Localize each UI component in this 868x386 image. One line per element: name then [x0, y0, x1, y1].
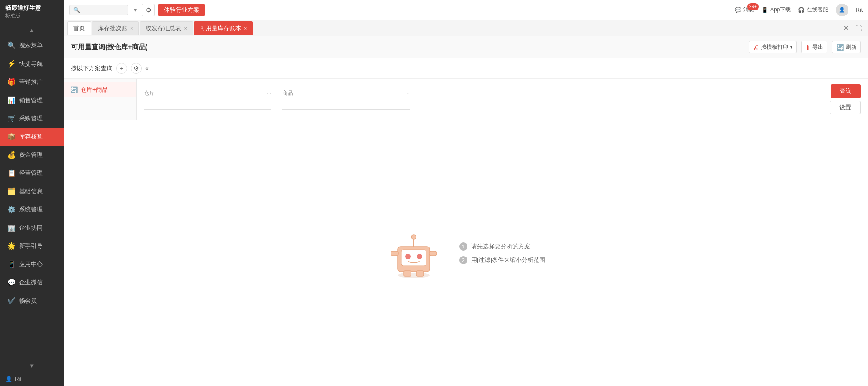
user-icon: 👤 [5, 376, 12, 382]
available-tab-close[interactable]: × [244, 26, 247, 31]
tabbar-close-all-button[interactable]: ✕ [840, 23, 852, 33]
sidebar-item-basic[interactable]: 🗂️ 基础信息 [0, 182, 64, 201]
sidebar-item-label: 营销推广 [19, 78, 43, 86]
query-collapse-button[interactable]: « [145, 65, 149, 72]
tab-batch[interactable]: 库存批次账 × [92, 21, 139, 35]
sidebar-menu: 🔍 搜索菜单 ⚡ 快捷导航 🎁 营销推广 📊 销售管理 🛒 采购管理 📦 库存核… [0, 36, 64, 360]
headset-icon: 🎧 [798, 7, 805, 13]
empty-tip-1: 1 请先选择要分析的方案 [459, 242, 545, 251]
topbar-username[interactable]: Rit [856, 7, 863, 13]
sidebar: 畅康通好生意 标准版 ▲ 🔍 搜索菜单 ⚡ 快捷导航 🎁 营销推广 📊 销售管理… [0, 0, 64, 386]
warehouse-input[interactable] [144, 99, 271, 110]
sidebar-item-label: 畅会员 [19, 297, 37, 305]
main-area: 🔍 ▾ ⚙ 体验行业方案 💬 消息 99+ 📱 App下载 🎧 在线客服 [64, 0, 868, 386]
sidebar-item-finance[interactable]: 💰 资金管理 [0, 146, 64, 164]
scheme-item-label: 仓库+商品 [81, 86, 108, 94]
svg-rect-9 [404, 271, 411, 276]
warehouse-label-text: 仓库 [144, 89, 155, 97]
cart-icon: 🛒 [7, 114, 15, 123]
sidebar-item-shortcut[interactable]: ⚡ 快捷导航 [0, 55, 64, 73]
page-header: 可用量查询(按仓库+商品) 🖨 按模板打印 ▾ ⬆ 导出 🔄 刷新 [64, 36, 868, 58]
empty-illustration [386, 226, 441, 281]
warehouse-field-label: 仓库 ··· [144, 89, 271, 97]
goods-more-button[interactable]: ··· [405, 90, 410, 96]
topbar-search-box[interactable]: 🔍 [69, 5, 128, 15]
industry-solution-button[interactable]: 体验行业方案 [158, 4, 205, 16]
sidebar-item-label: 采购管理 [19, 114, 43, 123]
sidebar-scroll-up[interactable]: ▲ [0, 24, 64, 36]
batch-tab-label: 库存批次账 [98, 24, 127, 32]
sidebar-item-system[interactable]: ⚙️ 系统管理 [0, 201, 64, 219]
gift-icon: 🎁 [7, 78, 15, 86]
sidebar-item-label: 应用中心 [19, 260, 43, 268]
export-button[interactable]: ⬆ 导出 [801, 41, 827, 53]
sidebar-item-marketing[interactable]: 🎁 营销推广 [0, 73, 64, 91]
sidebar-item-inventory[interactable]: 📦 库存核算 [0, 128, 64, 146]
user-avatar[interactable]: 👤 [836, 4, 848, 16]
tab-home[interactable]: 首页 [67, 21, 91, 35]
collect-tab-label: 收发存汇总表 [146, 24, 181, 32]
sidebar-item-label: 快捷导航 [19, 60, 43, 68]
sidebar-item-vip[interactable]: ✔️ 畅会员 [0, 292, 64, 310]
sidebar-bottom[interactable]: 👤 Rit [0, 372, 64, 386]
query-button[interactable]: 查询 [831, 84, 861, 98]
refresh-button[interactable]: 🔄 刷新 [832, 41, 861, 53]
empty-tips: 1 请先选择要分析的方案 2 用[过滤]条件来缩小分析范围 [459, 242, 545, 264]
tabbar: 首页 库存批次账 × 收发存汇总表 × 可用量库存账本 × ✕ ⛶ [64, 20, 868, 36]
clipboard-icon: 📋 [7, 169, 15, 177]
sidebar-item-label: 基础信息 [19, 187, 43, 196]
search-input[interactable] [82, 7, 124, 13]
query-add-button[interactable]: + [116, 63, 127, 74]
sidebar-item-enterprise[interactable]: 🏢 企业协同 [0, 219, 64, 237]
query-settings-button[interactable]: ⚙ [131, 63, 142, 74]
filter-fields: 仓库 ··· 商品 ··· [137, 79, 822, 120]
print-template-button[interactable]: 🖨 按模板打印 ▾ [749, 41, 797, 53]
app-download-button[interactable]: 📱 App下载 [761, 6, 791, 14]
sidebar-header: 畅康通好生意 标准版 [0, 0, 64, 24]
vip-icon: ✔️ [7, 297, 15, 305]
tab-collect[interactable]: 收发存汇总表 × [140, 21, 193, 35]
sidebar-item-appstore[interactable]: 📱 应用中心 [0, 255, 64, 273]
sidebar-item-operation[interactable]: 📋 经营管理 [0, 164, 64, 182]
tabbar-expand-button[interactable]: ⛶ [853, 24, 864, 33]
avatar-icon: 👤 [839, 7, 845, 13]
sidebar-item-label: 企业微信 [19, 278, 43, 287]
export-label: 导出 [812, 43, 823, 51]
online-service-button[interactable]: 🎧 在线客服 [798, 6, 828, 14]
page-header-actions: 🖨 按模板打印 ▾ ⬆ 导出 🔄 刷新 [749, 41, 861, 53]
svg-point-4 [417, 254, 422, 259]
refresh-icon: 🔄 [836, 44, 844, 51]
phone-icon: 📱 [7, 260, 15, 268]
topbar-gear-button[interactable]: ⚙ [142, 4, 155, 16]
search-dropdown-button[interactable]: ▾ [132, 6, 138, 14]
messages-button[interactable]: 💬 消息 99+ [735, 6, 754, 14]
export-icon: ⬆ [805, 44, 811, 51]
collect-tab-close[interactable]: × [184, 26, 187, 31]
scheme-item-warehouse-goods[interactable]: 🔄 仓库+商品 [64, 82, 136, 97]
sidebar-item-newbie[interactable]: 🌟 新手引导 [0, 237, 64, 255]
star-icon: 🌟 [7, 242, 15, 250]
building-icon: 🏢 [7, 224, 15, 232]
mobile-icon: 📱 [761, 7, 768, 13]
search-input-icon: 🔍 [73, 7, 80, 13]
tip-text-1: 请先选择要分析的方案 [471, 242, 530, 251]
filter-field-warehouse: 仓库 ··· [144, 89, 271, 110]
refresh-label: 刷新 [846, 43, 857, 51]
column-settings-button[interactable]: 设置 [830, 101, 861, 114]
goods-input[interactable] [282, 99, 410, 110]
sidebar-item-wechat[interactable]: 💬 企业微信 [0, 273, 64, 292]
gear-icon: ⚙ [146, 6, 152, 14]
tab-available[interactable]: 可用量库存账本 × [194, 21, 253, 35]
sidebar-item-purchase[interactable]: 🛒 采购管理 [0, 109, 64, 128]
sidebar-scroll-down[interactable]: ▼ [0, 360, 64, 372]
app-download-label: App下载 [770, 6, 791, 14]
sidebar-item-sales[interactable]: 📊 销售管理 [0, 91, 64, 109]
money-icon: 💰 [7, 151, 15, 159]
sidebar-logo-sub: 标准版 [5, 12, 58, 19]
batch-tab-close[interactable]: × [130, 26, 133, 31]
sidebar-item-search[interactable]: 🔍 搜索菜单 [0, 36, 64, 55]
svg-point-3 [405, 254, 411, 259]
search-icon: 🔍 [7, 41, 15, 50]
warehouse-more-button[interactable]: ··· [267, 90, 271, 96]
svg-rect-7 [391, 251, 398, 256]
